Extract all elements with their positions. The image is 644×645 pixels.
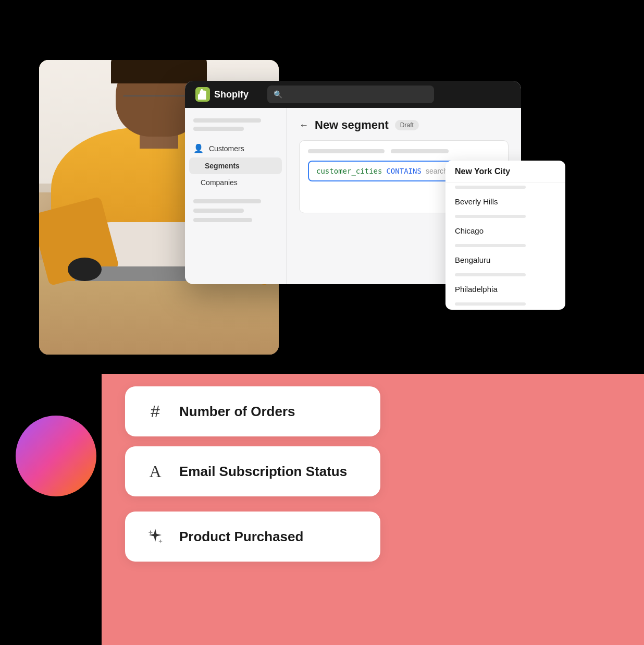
- product-purchased-label: Product Purchased: [179, 529, 303, 545]
- back-arrow-icon[interactable]: ←: [299, 120, 308, 131]
- sidebar-companies-label: Companies: [201, 178, 238, 187]
- city-sub-line-3: [455, 244, 526, 247]
- sidebar-top-placeholders: [185, 118, 286, 131]
- city-sub-line-5: [455, 302, 526, 306]
- shopify-search-bar[interactable]: 🔍: [267, 86, 434, 103]
- sidebar-item-companies[interactable]: Companies: [185, 174, 286, 191]
- sidebar-item-customers[interactable]: 👤 Customers: [185, 139, 286, 157]
- city-item-chicago[interactable]: Chicago: [445, 220, 565, 241]
- city-sub-line-2: [455, 215, 526, 218]
- segment-header: ← New segment Draft: [299, 118, 509, 132]
- gradient-circle: [16, 416, 96, 496]
- city-dropdown: New York City Beverly Hills Chicago Beng…: [445, 161, 565, 310]
- sparkle-icon: [142, 523, 169, 550]
- email-subscription-card[interactable]: A Email Subscription Status: [125, 446, 380, 496]
- shopify-sidebar: 👤 Customers Segments Companies: [185, 108, 287, 284]
- email-subscription-label: Email Subscription Status: [179, 464, 347, 480]
- sidebar-item-segments[interactable]: Segments: [189, 157, 282, 174]
- sidebar-bottom-placeholders: [185, 191, 286, 222]
- number-of-orders-card[interactable]: # Number of Orders: [125, 386, 380, 436]
- search-icon: 🔍: [274, 90, 282, 99]
- editor-operator: CONTAINS: [386, 167, 421, 175]
- city-sub-line-1: [455, 186, 526, 189]
- number-of-orders-card-wrapper: # Number of Orders: [125, 386, 380, 436]
- city-item-new-york[interactable]: New York City: [445, 161, 565, 183]
- hash-icon: #: [142, 398, 169, 425]
- sidebar-segments-label: Segments: [205, 162, 240, 170]
- product-purchased-card[interactable]: Product Purchased: [125, 512, 380, 562]
- number-of-orders-label: Number of Orders: [179, 404, 295, 420]
- draft-badge: Draft: [395, 120, 419, 130]
- editor-keyword: customer_cities: [316, 167, 382, 175]
- segment-title: New segment: [315, 118, 389, 132]
- city-item-philadelphia[interactable]: Philadelphia: [445, 278, 565, 300]
- shopify-logo-icon: [195, 87, 210, 102]
- shopify-logo: Shopify: [195, 87, 249, 102]
- email-subscription-card-wrapper: A Email Subscription Status: [125, 446, 380, 496]
- person-icon: 👤: [193, 143, 204, 153]
- product-purchased-card-wrapper: Product Purchased: [125, 512, 380, 562]
- city-item-bengaluru[interactable]: Bengaluru: [445, 249, 565, 271]
- sidebar-customers-label: Customers: [209, 144, 244, 153]
- city-sub-line-4: [455, 273, 526, 276]
- shopify-topbar: Shopify 🔍: [185, 81, 521, 108]
- editor-top-lines: [308, 149, 500, 153]
- shopify-logo-text: Shopify: [214, 89, 249, 100]
- letter-a-icon: A: [142, 458, 169, 485]
- city-item-beverly-hills[interactable]: Beverly Hills: [445, 191, 565, 212]
